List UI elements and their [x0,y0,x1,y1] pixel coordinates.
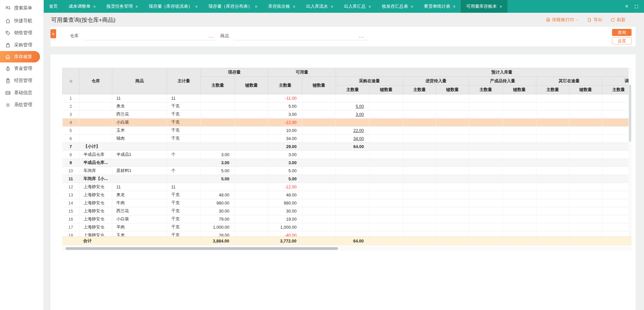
query-button[interactable]: 查询 [612,29,632,36]
cell-product: 玉米 [112,127,167,135]
settings-button[interactable]: 设置 [612,37,632,44]
fullscreen-icon[interactable] [634,4,639,9]
tab-close-icon[interactable]: × [255,4,258,9]
warehouse-input[interactable] [83,32,217,40]
table-row[interactable]: 14 上海静安仓 牛肉 千克 980.00 980.00 [63,199,632,207]
header-available-aux[interactable]: 辅数量 [302,77,336,94]
table-row[interactable]: 12 上海静安仓 11 11 -12.00 [63,183,632,191]
header-transfer-main[interactable]: 主数量 [602,86,632,94]
sidebar-item-base-info[interactable]: 基础信息 [0,87,43,99]
header-available-group[interactable]: 可用量 [268,68,336,77]
column-settings-gear[interactable] [63,68,79,94]
table-row[interactable]: 15 上海静安仓 西兰花 千克 30.00 30.00 [63,207,632,215]
tab-close-icon[interactable]: × [453,4,456,9]
table-row[interactable]: 11 车间库【小... 5.00 5.00 [63,175,632,183]
table-row[interactable]: 3 西兰花 千克 3.00 3.00 [63,110,632,119]
header-incoming-group[interactable]: 进货待入量 [403,77,469,86]
cell-po-main[interactable]: 3.00 [336,110,370,119]
header-incoming-main[interactable]: 主数量 [403,86,436,94]
close-all-icon[interactable]: × [625,3,628,9]
cell-incoming-aux [436,94,469,102]
tab-close-icon[interactable]: × [369,4,371,9]
tab[interactable]: 要货单统计表 × [419,0,461,13]
product-input[interactable] [234,32,368,40]
header-po-main[interactable]: 主数量 [336,86,370,94]
header-available-main[interactable]: 主数量 [268,77,302,94]
sidebar-item-funds[interactable]: 资金管理 [0,62,43,75]
table-row[interactable]: 2 奥龙 千克 5.00 5.00 [63,102,632,110]
header-finished-aux[interactable]: 辅数量 [503,86,536,94]
table-row[interactable]: 7 【小计】 29.00 64.00 [63,143,632,151]
header-transfer-transit-group[interactable]: 调拨在途量 [602,77,632,86]
header-other-transit-group[interactable]: 其它在途量 [536,77,602,86]
tab[interactable]: 首页 [44,0,63,13]
print-by-template-button[interactable]: 按模板打印 [546,17,579,23]
header-expected-group[interactable]: 预计入库量 [336,68,632,77]
header-po-aux[interactable]: 辅数量 [370,86,403,94]
cell-product: 西兰花 [112,110,167,119]
tab[interactable]: 拣货任务管理 × [101,0,144,13]
tab[interactable]: 成本调整单 × [63,0,101,13]
cell-warehouse [79,127,112,135]
header-other-aux[interactable]: 辅数量 [569,86,602,94]
table-row[interactable]: 17 上海静安仓 羊肉 千克 1,000.00 1,000.00 [63,223,632,231]
table-row[interactable]: 9 半成品仓库... 3.00 3.00 [63,159,632,167]
money-bag-icon [5,66,11,72]
tab[interactable]: 出入库流水 × [301,0,339,13]
horizontal-scrollbar-thumb[interactable] [66,247,338,250]
tab[interactable]: 可用量库存账本 × [461,0,507,13]
table-row[interactable]: 13 上海静安仓 奥龙 千克 48.00 48.00 [63,191,632,199]
header-unit[interactable]: 主计量 [167,68,201,94]
tab-close-icon[interactable]: × [195,4,198,9]
warehouse-label: 仓库 [70,33,79,40]
tab[interactable]: 出入库汇总 × [339,0,377,13]
cell-finished-aux [503,151,536,159]
header-product[interactable]: 商品 [112,68,167,94]
chevron-down-icon[interactable] [576,18,579,21]
header-onhand-aux[interactable]: 辅数量 [235,77,268,94]
header-other-main[interactable]: 主数量 [536,86,569,94]
cell-po-main[interactable]: 34.00 [336,135,370,143]
table-row[interactable]: 5 玉米 千克 10.00 22.00 [63,127,632,135]
table-row[interactable]: 1 11 11 -11.00 [63,94,632,102]
header-onhand-main[interactable]: 主数量 [201,77,235,94]
vertical-scrollbar-thumb[interactable] [629,85,631,142]
header-incoming-aux[interactable]: 辅数量 [436,86,469,94]
table-row[interactable]: 16 上海静安仓 小白菜 千克 79.00 19.00 [63,215,632,223]
tab-close-icon[interactable]: × [293,4,295,9]
table-row[interactable]: 4 小白菜 千克 -12.00 [63,119,632,127]
tab[interactable]: 收发存汇总表 × [376,0,419,13]
warehouse-picker-icon[interactable]: ··· [209,35,215,39]
tab-close-icon[interactable]: × [136,4,138,9]
table-row[interactable]: 18 上海静安仓 玉米 千克 28.00 -40.00 [63,231,632,237]
sidebar-item-purchase[interactable]: 采购管理 [0,39,43,51]
sidebar-item-system[interactable]: 系统管理 [0,99,43,111]
sidebar-item-inventory[interactable]: 库存核算 [0,51,40,62]
cell-po-main[interactable]: 5.00 [336,102,370,110]
tab-close-icon[interactable]: × [411,4,413,9]
table-row[interactable]: 6 猪肉 千克 34.00 34.00 [63,135,632,143]
header-finished-group[interactable]: 产成品待入量 [469,77,536,86]
product-picker-icon[interactable]: ··· [359,35,365,39]
tab[interactable]: 现存量（库存分布表） × [203,0,263,13]
tab[interactable]: 现存量（库存状况表） × [143,0,203,13]
tab-close-icon[interactable]: × [93,4,96,9]
sidebar-item-sales[interactable]: 销售管理 [0,27,43,39]
cell-other-main [536,191,569,199]
header-onhand-group[interactable]: 现存量 [201,68,268,77]
tab[interactable]: 库存批次账 × [263,0,301,13]
sidebar-item-quick-nav[interactable]: 快捷导航 [0,15,43,27]
tab-close-icon[interactable]: × [499,4,502,9]
header-warehouse[interactable]: 仓库 [79,68,112,94]
export-button[interactable]: 导出 [587,17,602,23]
table-row[interactable]: 10 车间库 原材料1 个 5.00 5.00 [63,167,632,175]
refresh-button[interactable]: 刷新 [610,17,626,23]
tab-close-icon[interactable]: × [331,4,333,9]
header-po-transit-group[interactable]: 采购在途量 [336,77,403,86]
table-row[interactable]: 8 半成品仓库 半成品1 个 3.00 3.00 [63,151,632,159]
sidebar-item-operations[interactable]: 经营管理 [0,75,43,87]
header-finished-main[interactable]: 主数量 [469,86,503,94]
cell-po-main[interactable]: 22.00 [336,127,370,135]
sidebar-search-menu[interactable]: 搜索菜单 [0,2,43,14]
collapse-filter-button[interactable]: » [50,29,56,38]
